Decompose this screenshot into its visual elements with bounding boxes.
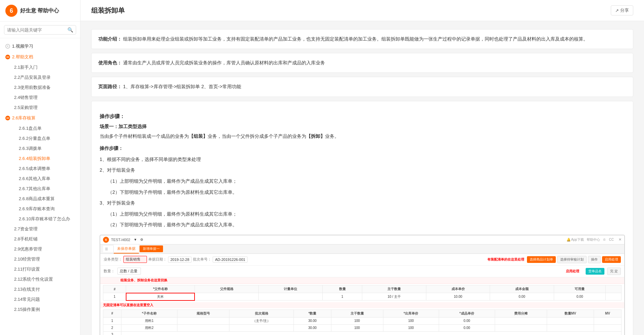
app-form-row1: 业务类型： 组装销售 单据日期： 2019-12-28 批次单号： AD-201… <box>100 254 624 266</box>
sidebar-item-inventory-error[interactable]: 2.6.10库存账本错了怎么办 <box>0 214 80 224</box>
app-icons-right: 🔔 App下载 帮助中心 ⛭ CC <box>567 237 614 242</box>
share-button[interactable]: ↗ 分享 <box>611 5 633 15</box>
sidebar-item-cases[interactable]: 2.15操作案例 <box>0 304 80 315</box>
steps-block: 操作步骤： 场景一：加工类型选择 当由多个子件材料组装成一个成品的业务为【组装】… <box>91 101 633 335</box>
search-button[interactable]: 🔍 <box>67 27 73 33</box>
step-3b: （2）下部明细为子件明细，最终作为产成品生成其它入库单。 <box>108 220 625 229</box>
annotation-label-3: 启用处理 <box>566 269 579 274</box>
col-main-qty2: 主干数量 <box>331 310 383 317</box>
col-num2: # <box>103 310 121 317</box>
annotation-label-1: 有装配清单的在这里处理 <box>487 257 524 262</box>
col-spec: 规格型号 <box>177 310 229 317</box>
cell-unit <box>259 293 322 300</box>
page-title: 组装拆卸单 <box>91 6 125 15</box>
date-field: 2019-12-28 <box>168 257 192 263</box>
sidebar-item-other-outbound[interactable]: 2.6.7其他出库单 <box>0 184 80 194</box>
cell-cost-amount: 0.00 <box>490 293 554 300</box>
col-out-price: *出库单价 <box>383 310 439 317</box>
steps-label: 操作步骤： <box>100 144 625 153</box>
op2-btn[interactable]: 启用处理 <box>602 256 621 263</box>
feature-intro-block: 功能介绍： 组装拆卸单用来处理企业组装或拆卸等加工业务，支持有固定装配清单的产品… <box>91 29 633 49</box>
cell-parent-spec <box>195 293 258 300</box>
sidebar-item-new-user[interactable]: 2.1新手入门 <box>0 62 80 72</box>
col-qty: 数量 <box>322 285 362 293</box>
sidebar-item-cost-recalc[interactable]: 2.6.8商品成本重算 <box>0 194 80 204</box>
annotation-row4: 无固定清单可以直接在这里置空入 <box>100 302 624 308</box>
sidebar-item-management[interactable]: 2.10经营管理 <box>0 254 80 264</box>
sidebar-item-install[interactable]: 2.2产品安装及登录 <box>0 72 80 82</box>
app-tab-unsaved: 未保存单据 <box>114 244 139 254</box>
step-2b: （2）下部明细为子件明细，最终作为原材料生成其它出库单。 <box>108 188 625 197</box>
confirm-btn[interactable]: 完 定 <box>607 268 621 275</box>
sidebar-item-inventory-ledger[interactable]: 2.6.9库存账本查询 <box>0 204 80 214</box>
search-wrap[interactable]: 🔍 <box>4 25 76 35</box>
step-2a: （1）上部明细为父件明细，最终作为产成品生成其它入库单； <box>108 177 625 186</box>
logo-area: 6 好生意 帮助中心 <box>0 0 80 22</box>
date-label: 单据日期： <box>148 257 167 262</box>
cell-num: 1 <box>103 293 126 300</box>
sidebar-item-faq[interactable]: 2.14常见问题 <box>0 294 80 304</box>
sidebar-item-portion-stocktake[interactable]: 2.6.2分量盘点单 <box>0 133 80 144</box>
sidebar-item-inventory[interactable]: 2.6库存核算 <box>0 113 80 123</box>
field-lookup-btn[interactable]: 货单品名 <box>586 268 604 275</box>
sidebar-item-mobile[interactable]: 2.8手机旺铺 <box>0 234 80 244</box>
cell-available: 0.00 <box>554 293 606 300</box>
sidebar-item-label: 1.视频学习 <box>12 43 33 49</box>
sidebar-item-finance[interactable]: 2.7资金管理 <box>0 224 80 234</box>
scene1-title: 场景一：加工类型选择 <box>100 124 625 130</box>
col-parent-spec: 父件规格 <box>195 285 258 293</box>
scene1-desc: 当由多个子件材料组装成一个成品的业务为【组装】业务，当由一个父件拆分成多个子产品… <box>100 132 625 141</box>
review-plan-btn[interactable]: 选择待审核计划 <box>557 256 587 263</box>
sidebar-item-stocktake[interactable]: 2.6.1盘点单 <box>0 123 80 133</box>
screenshot-block: 6 TEST-H002 ▼ ⚙ 🔔 App下载 帮助中心 ⛭ CC ✕ ☰ 未保… <box>100 235 625 335</box>
step-2: 2、对于组装业务 <box>100 166 625 175</box>
select-plan-btn[interactable]: 选择商品计划单 <box>527 256 556 263</box>
col-cost-share: 费用分摊 <box>495 310 547 317</box>
app-close-icon: ✕ <box>619 237 622 242</box>
search-input[interactable] <box>7 27 67 33</box>
sidebar-item-personalization[interactable]: 2.12系统个性化设置 <box>0 274 80 284</box>
use-role-block: 使用角色： 通常由生产人员或库管人员完成拆装业务的操作，库管人员确认原材料的出库… <box>91 53 633 73</box>
share-label: 分享 <box>620 7 629 13</box>
app-screenshot: 6 TEST-H002 ▼ ⚙ 🔔 App下载 帮助中心 ⛭ CC ✕ ☰ 未保… <box>100 235 625 335</box>
annotation-label-2: 组装业务、拆卸业务在这里切换 <box>120 278 167 282</box>
col-product-price: *成品单价 <box>439 310 495 317</box>
app-tab-bar: ☰ 未保存单据 新增单据一 <box>100 244 624 254</box>
child-table: # *子件名称 规格型号 批次规格 *数量 主干数量 *出库单价 *成品单价 费… <box>103 310 622 335</box>
app-tab-add: 新增单据一 <box>140 245 163 252</box>
top-table-wrap: # *父件名称 父件规格 计量单位 数量 主干数量 成本单价 成本金额 可用量 <box>100 284 624 302</box>
sidebar-item-assembly-disassembly[interactable]: 2.6.4组装拆卸单 <box>0 154 80 164</box>
sidebar-item-data-prep[interactable]: 2.3使用前数据准备 <box>0 82 80 93</box>
col-action <box>606 285 622 293</box>
sidebar-item-cost-adjust[interactable]: 2.6.5成本调整单 <box>0 164 80 174</box>
app-top-bar: 6 TEST-H002 ▼ ⚙ 🔔 App下载 帮助中心 ⛭ CC ✕ <box>100 235 624 244</box>
sidebar-item-coupon[interactable]: 2.9优惠券管理 <box>0 244 80 254</box>
sidebar-item-print[interactable]: 2.11打印设置 <box>0 264 80 274</box>
step-3a: （1）上部明细为父件明细，最终作为原材料生成其它出库单； <box>108 210 625 219</box>
sidebar-item-transfer[interactable]: 2.6.3调拨单 <box>0 144 80 154</box>
cell-qty: 1 <box>322 293 362 300</box>
col-child-name: *子件名称 <box>121 310 177 317</box>
main-header: 组装拆卸单 ↗ 分享 <box>80 0 644 21</box>
sidebar: 6 好生意 帮助中心 🔍 + 1.视频学习 2.帮助文档 2.1新手入门 2.2… <box>0 0 80 335</box>
parent-table: # *父件名称 父件规格 计量单位 数量 主干数量 成本单价 成本金额 可用量 <box>103 285 622 301</box>
sidebar-item-sales[interactable]: 2.4销售管理 <box>0 93 80 103</box>
sidebar-item-video-learning[interactable]: + 1.视频学习 <box>0 41 80 52</box>
app-form-row2: 数量： 总数 / 总量 启用处理 货单品名 完 定 <box>100 266 624 277</box>
step-3: 3、对于拆装业务 <box>100 199 625 208</box>
bottom-table-wrap: # *子件名称 规格型号 批次规格 *数量 主干数量 *出库单价 *成品单价 费… <box>100 308 624 335</box>
col-available: 可用量 <box>554 285 606 293</box>
sidebar-item-help-docs[interactable]: 2.帮助文档 <box>0 52 80 62</box>
content-area: 功能介绍： 组装拆卸单用来处理企业组装或拆卸等加工业务，支持有固定装配清单的产品… <box>80 21 644 335</box>
sidebar-item-online-payment[interactable]: 2.13在线支付 <box>0 284 80 294</box>
batch-label: 批次单号： <box>193 257 211 262</box>
main-content: 组装拆卸单 ↗ 分享 功能介绍： 组装拆卸单用来处理企业组装或拆卸等加工业务，支… <box>80 0 644 335</box>
sidebar-item-other-inbound[interactable]: 2.6.6其他入库单 <box>0 174 80 184</box>
col-cost-amount: 成本金额 <box>490 285 554 293</box>
cell-parent-name: 关米 <box>126 293 195 300</box>
sidebar-item-purchase[interactable]: 2.5采购管理 <box>0 103 80 113</box>
op1-btn[interactable]: 操作 <box>588 256 601 263</box>
operation-steps-title: 操作步骤： <box>100 113 625 120</box>
type-value-field: 组装销售 <box>123 256 147 263</box>
qty-field: 总数 / 总量 <box>117 268 141 275</box>
